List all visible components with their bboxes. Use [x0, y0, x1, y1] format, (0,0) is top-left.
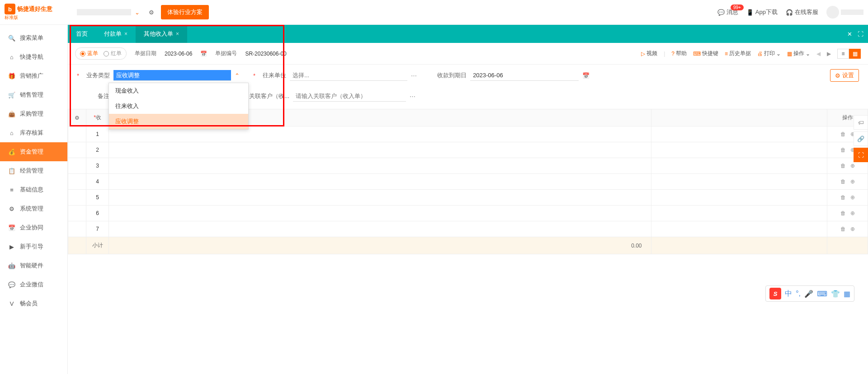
- doc-date-value[interactable]: 2023-06-06: [165, 51, 192, 57]
- org-selector[interactable]: ⌄: [77, 9, 140, 16]
- dropdown-option-0[interactable]: 现金收入: [109, 83, 248, 98]
- delete-icon[interactable]: 🗑: [840, 210, 846, 216]
- sidebar-item-7[interactable]: 📋经营管理: [0, 161, 67, 180]
- side-tool-link[interactable]: 🔗: [854, 131, 868, 146]
- chevron-up-icon[interactable]: ⌃: [235, 72, 240, 79]
- sidebar-item-5[interactable]: ⌂库存核算: [0, 123, 67, 142]
- sidebar-item-11[interactable]: ▶新手引导: [0, 237, 67, 256]
- sidebar-item-4[interactable]: 👜采购管理: [0, 104, 67, 123]
- ime-punct-icon[interactable]: °,: [796, 290, 801, 298]
- logo[interactable]: b 畅捷通好生意 标准版: [5, 4, 68, 21]
- ime-skin-icon[interactable]: 👕: [831, 290, 840, 298]
- table-row[interactable]: 4🗑⊕: [68, 174, 868, 190]
- sidebar-item-12[interactable]: 🤖智能硬件: [0, 256, 67, 275]
- ime-toolbar[interactable]: S 中 °, 🎤 ⌨ 👕 ▦: [765, 285, 854, 302]
- dropdown-option-2[interactable]: 应收调整: [109, 114, 248, 129]
- delete-icon[interactable]: 🗑: [840, 131, 846, 137]
- close-icon[interactable]: ×: [124, 31, 127, 37]
- menu-icon: ▦: [787, 51, 792, 57]
- table-settings-header[interactable]: ⚙: [68, 109, 86, 126]
- side-tool-expand[interactable]: ⛶: [854, 148, 868, 162]
- copy-icon[interactable]: ⊕: [850, 210, 855, 216]
- delete-icon[interactable]: 🗑: [840, 178, 846, 185]
- settings-button[interactable]: ⚙ 设置: [830, 69, 859, 82]
- more-icon[interactable]: ⋯: [410, 93, 415, 100]
- blue-doc-radio[interactable]: 蓝单: [80, 50, 98, 57]
- tab-1[interactable]: 付款单×: [96, 25, 136, 43]
- tab-label: 首页: [76, 30, 88, 38]
- print-button[interactable]: 🖨打印⌄: [757, 50, 781, 57]
- more-icon[interactable]: ⋯: [411, 72, 417, 79]
- close-icon[interactable]: ×: [176, 31, 179, 37]
- expand-tab-icon[interactable]: ⛶: [858, 31, 863, 37]
- table-row[interactable]: 6🗑⊕: [68, 206, 868, 221]
- row-index: 6: [86, 206, 109, 221]
- ime-mic-icon[interactable]: 🎤: [804, 290, 813, 298]
- calendar-icon[interactable]: 📅: [200, 51, 207, 57]
- tab-0[interactable]: 首页: [68, 25, 96, 43]
- ime-menu-icon[interactable]: ▦: [844, 290, 850, 298]
- shortcut-button[interactable]: ⌨快捷键: [693, 50, 718, 57]
- sidebar-item-label: 资金管理: [20, 148, 43, 156]
- sidebar-item-8[interactable]: ≡基础信息: [0, 180, 67, 199]
- chevron-down-icon: ⌄: [776, 51, 781, 57]
- app-download-button[interactable]: 📱 App下载: [746, 8, 778, 16]
- delete-icon[interactable]: 🗑: [840, 226, 846, 232]
- related-customer-input[interactable]: [293, 91, 406, 102]
- row-index: 5: [86, 190, 109, 206]
- sidebar-item-13[interactable]: 💬企业微信: [0, 275, 67, 294]
- sidebar-item-2[interactable]: 🎁营销推广: [0, 66, 67, 85]
- biz-type-input[interactable]: [113, 70, 231, 81]
- ime-keyboard-icon[interactable]: ⌨: [817, 290, 827, 298]
- sidebar-item-6[interactable]: 💰资金管理: [0, 142, 67, 161]
- dropdown-option-1[interactable]: 往来收入: [109, 98, 248, 114]
- table-row[interactable]: 7🗑⊕: [68, 221, 868, 237]
- sidebar-item-label: 快捷导航: [20, 53, 43, 61]
- sidebar-item-14[interactable]: V畅会员: [0, 294, 67, 313]
- table-row[interactable]: 3🗑⊕: [68, 158, 868, 174]
- delete-icon[interactable]: 🗑: [840, 194, 846, 201]
- tab-2[interactable]: 其他收入单×: [136, 25, 187, 43]
- copy-icon[interactable]: ⊕: [850, 226, 855, 232]
- user-avatar[interactable]: [826, 6, 863, 19]
- operate-button[interactable]: ▦操作⌄: [787, 50, 810, 57]
- sidebar-item-9[interactable]: ⚙系统管理: [0, 199, 67, 218]
- experience-industry-button[interactable]: 体验行业方案: [161, 5, 209, 19]
- table-row[interactable]: 5🗑⊕: [68, 190, 868, 206]
- list-view-button[interactable]: ≡: [837, 49, 849, 59]
- sidebar-item-0[interactable]: 🔍搜索菜单: [0, 28, 67, 47]
- side-tool-tag[interactable]: 🏷: [854, 115, 868, 130]
- copy-icon[interactable]: ⊕: [850, 163, 855, 169]
- help-button[interactable]: ?帮助: [671, 50, 687, 57]
- card-view-button[interactable]: ▦: [849, 49, 861, 59]
- copy-icon[interactable]: ⊕: [850, 194, 855, 201]
- sidebar-icon: ▶: [8, 243, 15, 250]
- sidebar-icon: 🛒: [8, 91, 15, 98]
- video-button[interactable]: ▷视频: [641, 50, 657, 57]
- prev-icon[interactable]: ◀: [816, 51, 821, 57]
- close-tab-icon[interactable]: ✕: [847, 31, 852, 37]
- sidebar-item-label: 基础信息: [20, 186, 43, 194]
- partner-input[interactable]: [290, 70, 407, 81]
- messages-button[interactable]: 💬 消息 99+: [717, 8, 738, 16]
- next-icon[interactable]: ▶: [827, 51, 831, 57]
- online-service-button[interactable]: 🎧 在线客服: [786, 8, 818, 16]
- sidebar-item-10[interactable]: 📅企业协同: [0, 218, 67, 237]
- print-icon: 🖨: [757, 51, 763, 57]
- settings-gear-icon[interactable]: ⚙: [149, 9, 154, 16]
- partner-label: 往来单位: [259, 71, 286, 79]
- due-date-input[interactable]: [470, 70, 579, 81]
- org-name-blurred: [77, 9, 131, 15]
- ime-lang[interactable]: 中: [785, 289, 792, 299]
- history-button[interactable]: ≡历史单据: [725, 50, 751, 57]
- copy-icon[interactable]: ⊕: [850, 178, 855, 185]
- sidebar-icon: 📅: [8, 224, 15, 231]
- red-doc-radio[interactable]: 红单: [104, 50, 122, 57]
- delete-icon[interactable]: 🗑: [840, 163, 846, 169]
- sidebar-item-3[interactable]: 🛒销售管理: [0, 85, 67, 104]
- table-row[interactable]: 2🗑⊕: [68, 142, 868, 158]
- sidebar-item-1[interactable]: ⌂快捷导航: [0, 47, 67, 66]
- delete-icon[interactable]: 🗑: [840, 147, 846, 153]
- calendar-icon[interactable]: 📅: [582, 72, 590, 79]
- subtotal-row: 小计 0.00: [68, 237, 868, 254]
